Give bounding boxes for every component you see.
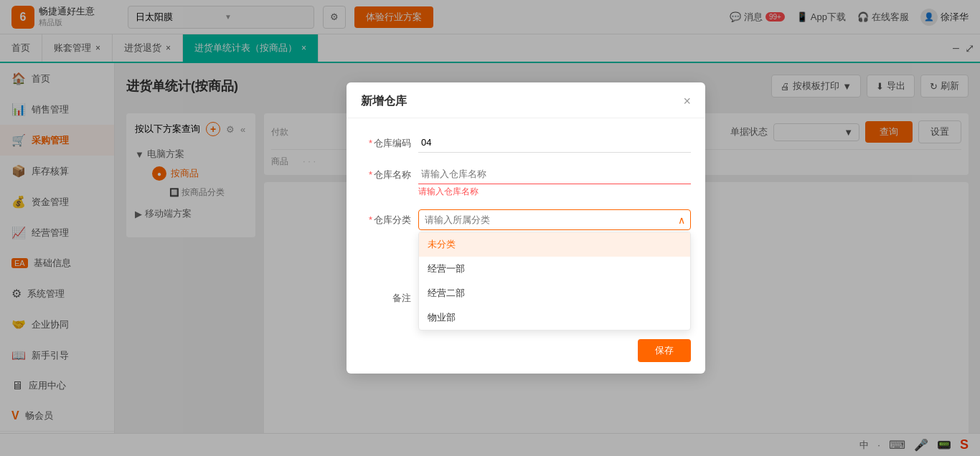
dialog-title: 新增仓库 [361, 94, 407, 109]
form-row-name: 仓库名称 请输入仓库名称 [361, 164, 691, 198]
dropdown-item-dept2[interactable]: 经营二部 [419, 281, 690, 305]
category-dropdown: 未分类 经营一部 经营二部 物业部 [418, 232, 691, 331]
dialog-header: 新增仓库 × [347, 82, 705, 118]
name-input[interactable] [418, 164, 691, 184]
category-select-wrapper: ∧ 未分类 经营一部 经营二部 物业部 [418, 209, 691, 230]
note-label: 备注 [361, 288, 418, 305]
save-button[interactable]: 保存 [638, 339, 691, 362]
category-label: 仓库分类 [361, 209, 418, 227]
dropdown-item-property[interactable]: 物业部 [419, 305, 690, 330]
dialog-body: 仓库编码 仓库名称 请输入仓库名称 仓库分类 ∧ 未分类 经营一部 [347, 118, 705, 331]
code-field-wrapper [418, 133, 691, 153]
name-label: 仓库名称 [361, 164, 418, 181]
code-input[interactable] [418, 133, 691, 153]
dialog-close-button[interactable]: × [683, 94, 691, 109]
dialog-footer: 保存 [347, 331, 705, 374]
form-row-code: 仓库编码 [361, 133, 691, 153]
form-row-category: 仓库分类 ∧ 未分类 经营一部 经营二部 物业部 [361, 209, 691, 230]
category-input[interactable] [418, 209, 691, 230]
dropdown-item-dept1[interactable]: 经营一部 [419, 257, 690, 281]
name-field-wrapper: 请输入仓库名称 [418, 164, 691, 198]
code-label: 仓库编码 [361, 133, 418, 150]
dropdown-item-uncategorized[interactable]: 未分类 [419, 232, 690, 257]
add-warehouse-dialog: 新增仓库 × 仓库编码 仓库名称 请输入仓库名称 仓库分类 ∧ [347, 82, 705, 374]
name-error-message: 请输入仓库名称 [418, 186, 691, 198]
